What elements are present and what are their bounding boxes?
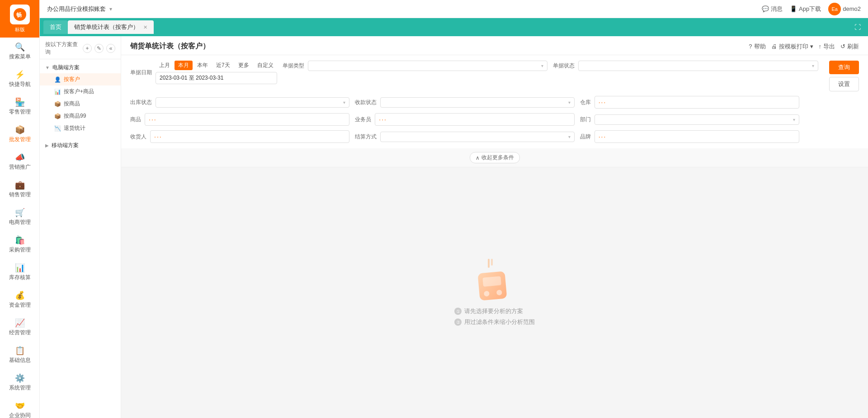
help-icon: ?: [749, 43, 752, 50]
scheme-collapse-btn[interactable]: «: [106, 44, 115, 53]
settlement-select[interactable]: ▾: [380, 132, 574, 142]
sidebar-item-retail[interactable]: 🏪 零售管理: [0, 93, 39, 120]
basic-icon: 📋: [15, 346, 25, 356]
scheme-group-mobile-label: 移动端方案: [52, 142, 79, 149]
template-print-btn[interactable]: 🖨 按模板打印 ▾: [771, 43, 813, 51]
doc-type-label: 单据类型: [283, 62, 304, 70]
sidebar-item-wholesale[interactable]: 📦 批发管理: [0, 120, 39, 148]
scheme-item-return-stats[interactable]: 📉 退货统计: [40, 122, 121, 134]
sidebar-item-search-menu[interactable]: 🔍 搜索菜单: [0, 38, 39, 65]
scheme-item-by-goods[interactable]: 📦 按商品: [40, 98, 121, 110]
sidebar-item-marketing[interactable]: 📣 营销推广: [0, 148, 39, 176]
sales-stat-tab-label: 销货单统计表（按客户）: [74, 23, 139, 31]
sidebar-item-label: 系统管理: [9, 384, 31, 392]
consignee-dots: ···: [154, 133, 162, 140]
settings-btn[interactable]: 设置: [829, 77, 859, 91]
date-tab-7days[interactable]: 近7天: [212, 61, 234, 70]
brand-dots: ···: [599, 133, 607, 140]
sidebar-item-system[interactable]: ⚙️ 系统管理: [0, 369, 39, 396]
sidebar-item-purchase[interactable]: 🛍️ 采购管理: [0, 231, 39, 258]
sidebar-item-biz[interactable]: 📈 经营管理: [0, 314, 39, 341]
sidebar-item-basic[interactable]: 📋 基础信息: [0, 341, 39, 369]
scheme-edit-btn[interactable]: ✎: [94, 44, 104, 53]
scheme-item-by-customer-goods[interactable]: 📊 按客户+商品: [40, 86, 121, 98]
by-goods-icon: 📦: [54, 101, 61, 107]
query-btn[interactable]: 查询: [829, 61, 859, 74]
date-range-input[interactable]: 2023-03-01 至 2023-03-31: [156, 72, 277, 84]
sidebar-item-finance[interactable]: 💰 资金管理: [0, 286, 39, 314]
salesperson-dots: ···: [379, 116, 387, 123]
main-content: 销货单统计表（按客户） ? 帮助 🖨 按模板打印 ▾ ↑ 导出: [121, 36, 868, 418]
sidebar-item-enterprise[interactable]: 🤝 企业协同: [0, 396, 39, 418]
scheme-group-mobile-header[interactable]: ▶ 移动端方案: [40, 140, 121, 151]
salesperson-select[interactable]: ···: [375, 113, 574, 126]
export-label: 导出: [823, 43, 835, 51]
sidebar-item-label: 零售管理: [9, 108, 31, 116]
refresh-icon: ↺: [840, 43, 845, 50]
print-dropdown-icon: ▾: [810, 43, 813, 50]
app-download-label: App下载: [799, 5, 821, 13]
empty-state: ① 请先选择要分析的方案 ② 用过滤条件来缩小分析范围: [121, 167, 868, 418]
warehouse-select[interactable]: ···: [594, 96, 799, 109]
sidebar-item-label: 库存核算: [9, 274, 31, 281]
group-arrow-icon: ▼: [45, 65, 50, 70]
export-btn[interactable]: ↑ 导出: [819, 43, 835, 51]
doc-status-select[interactable]: ▾: [578, 61, 818, 71]
header-left: 办公用品行业模拟账套 ▾: [47, 5, 112, 13]
collapse-btn[interactable]: ∧ 收起更多条件: [470, 152, 520, 163]
sidebar-item-label: 采购管理: [9, 246, 31, 254]
sidebar-item-inventory[interactable]: 📊 库存核算: [0, 258, 39, 286]
date-tab-this-year[interactable]: 本年: [193, 61, 212, 70]
by-customer-goods-icon: 📊: [54, 89, 61, 95]
date-tab-this-month[interactable]: 本月: [175, 61, 193, 70]
scheme-add-btn[interactable]: +: [83, 44, 92, 53]
tab-sales-stat[interactable]: 销货单统计表（按客户） ✕: [68, 20, 154, 34]
user-menu[interactable]: Ea demo2: [828, 3, 861, 15]
tab-close-icon[interactable]: ✕: [143, 24, 147, 30]
sidebar-item-label: 批发管理: [9, 136, 31, 143]
purchase-icon: 🛍️: [15, 235, 25, 245]
sidebar-item-label: 快捷导航: [9, 81, 31, 88]
sidebar-item-label: 经营管理: [9, 329, 31, 337]
receipt-status-dropdown-icon: ▾: [568, 100, 571, 105]
header-title: 办公用品行业模拟账套: [47, 5, 106, 13]
scheme-item-label: 按商品: [64, 100, 80, 108]
sidebar-item-sales[interactable]: 💼 销售管理: [0, 176, 39, 203]
tab-maximize-btn[interactable]: ⛶: [851, 24, 864, 31]
quick-nav-icon: ⚡: [15, 70, 25, 80]
avatar: Ea: [828, 3, 841, 15]
tip-2-label: 用过滤条件来缩小分析范围: [464, 318, 535, 326]
scheme-panel-header: 按以下方案查询 + ✎ «: [40, 36, 121, 59]
date-tab-custom[interactable]: 自定义: [254, 61, 277, 70]
dept-select[interactable]: ▾: [594, 114, 799, 125]
dept-label: 部门: [580, 116, 591, 124]
messages-btn[interactable]: 💬 消息: [762, 5, 783, 13]
doc-type-select[interactable]: ▾: [308, 61, 548, 71]
scheme-item-by-goods-99[interactable]: 📦 按商品99: [40, 110, 121, 122]
help-btn[interactable]: ? 帮助: [749, 43, 765, 51]
stock-status-select[interactable]: ▾: [156, 97, 349, 108]
header-dropdown-icon[interactable]: ▾: [109, 6, 112, 12]
date-tab-last-month[interactable]: 上月: [156, 61, 174, 70]
print-icon: 🖨: [771, 43, 777, 50]
refresh-btn[interactable]: ↺ 刷新: [840, 43, 859, 51]
header-right: 💬 消息 📱 App下载 Ea demo2: [762, 3, 861, 15]
tab-home[interactable]: 首页: [43, 20, 68, 34]
biz-icon: 📈: [15, 318, 25, 328]
scheme-item-by-customer[interactable]: 👤 按客户: [40, 73, 121, 86]
consignee-select[interactable]: ···: [150, 130, 349, 143]
app-download-btn[interactable]: 📱 App下载: [790, 5, 821, 13]
date-tab-more[interactable]: 更多: [235, 61, 253, 70]
message-icon: 💬: [762, 5, 769, 12]
scheme-group-desktop-header[interactable]: ▼ 电脑端方案: [40, 62, 121, 73]
scheme-panel-actions: + ✎ «: [83, 44, 115, 53]
brand-select[interactable]: ···: [594, 130, 799, 143]
receipt-status-select[interactable]: ▾: [380, 97, 574, 108]
sidebar-item-quick-nav[interactable]: ⚡ 快捷导航: [0, 65, 39, 93]
download-icon: 📱: [790, 5, 797, 12]
sidebar-item-ecommerce[interactable]: 🛒 电商管理: [0, 203, 39, 231]
goods-select[interactable]: ···: [145, 113, 349, 126]
settlement-label: 结算方式: [355, 133, 377, 141]
content-area: 按以下方案查询 + ✎ « ▼ 电脑端方案 👤 按客户 📊 按: [40, 36, 868, 418]
goods-dots: ···: [149, 116, 157, 123]
